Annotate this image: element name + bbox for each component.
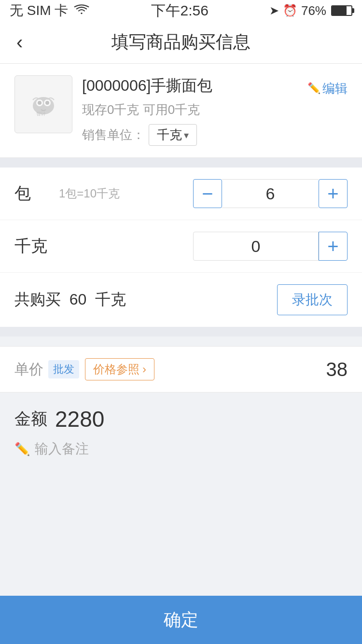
kg-increment-button[interactable]: + (319, 232, 348, 261)
kg-qty-control: + (193, 232, 348, 261)
carrier-text: 无 SIM 卡 (10, 1, 68, 20)
product-card: 智计 [0000006]手撕面包 ✏️ 编辑 现存0千克 可用0千克 销售单位：… (0, 64, 362, 158)
package-hint: 1包=10千克 (59, 186, 193, 201)
wifi-icon (73, 3, 90, 18)
package-decrement-button[interactable]: − (193, 179, 222, 208)
svg-point-4 (45, 101, 49, 105)
total-row: 共购买 60 千克 录批次 (0, 273, 362, 327)
amount-section: 金额 2280 ✏️ 输入备注 (0, 392, 362, 468)
kg-quantity-input[interactable] (193, 232, 319, 261)
price-value: 38 (326, 359, 348, 380)
product-info: [0000006]手撕面包 ✏️ 编辑 现存0千克 可用0千克 销售单位： 千克… (82, 75, 348, 146)
status-bar: 无 SIM 卡 下午2:56 ➤ ⏰ 76% (0, 0, 362, 21)
price-section: 单价 批发 价格参照 › 38 (0, 346, 362, 392)
price-ref-button[interactable]: 价格参照 › (85, 358, 154, 380)
svg-text:智计: 智计 (36, 111, 46, 116)
product-name: [0000006]手撕面包 (82, 75, 212, 97)
price-label: 单价 (14, 360, 43, 379)
package-increment-button[interactable]: + (319, 179, 348, 208)
battery-text: 76% (301, 3, 326, 18)
alarm-icon: ⏰ (283, 4, 297, 17)
edit-button[interactable]: ✏️ 编辑 (307, 75, 348, 101)
status-right: ➤ ⏰ 76% (269, 3, 352, 18)
unit-select[interactable]: 千克 ▾ (149, 124, 197, 146)
package-quantity-input[interactable] (222, 179, 319, 208)
price-ref-label: 价格参照 (93, 362, 139, 377)
package-row: 包 1包=10千克 − + (0, 168, 362, 220)
total-text: 共购买 60 千克 (14, 289, 126, 310)
product-stock: 现存0千克 可用0千克 (82, 101, 348, 118)
amount-row: 金额 2280 (14, 406, 348, 432)
section-separator-1 (0, 158, 362, 168)
price-tag: 批发 (48, 360, 79, 378)
product-image: 智计 (14, 75, 72, 133)
record-batch-button[interactable]: 录批次 (277, 284, 348, 315)
price-ref-arrow: › (142, 363, 146, 376)
amount-value: 2280 (55, 406, 104, 432)
note-row[interactable]: ✏️ 输入备注 (14, 440, 348, 458)
kg-label: 千克 (14, 235, 53, 257)
status-time: 下午2:56 (151, 1, 208, 21)
confirm-button[interactable]: 确定 (0, 596, 362, 644)
nav-bar: ‹ 填写商品购买信息 (0, 21, 362, 64)
edit-label: 编辑 (322, 80, 348, 97)
amount-label: 金额 (14, 408, 47, 430)
section-separator-2 (0, 327, 362, 336)
page-title: 填写商品购买信息 (111, 30, 251, 54)
edit-icon: ✏️ (307, 82, 320, 95)
product-unit: 销售单位： 千克 ▾ (82, 124, 348, 146)
pencil-icon: ✏️ (14, 442, 30, 457)
package-qty-control: − + (193, 179, 348, 208)
package-label: 包 (14, 182, 53, 205)
total-amount: 60 (70, 291, 87, 308)
status-left: 无 SIM 卡 (10, 1, 90, 20)
kg-row: 千克 + (0, 220, 362, 273)
location-icon: ➤ (269, 4, 279, 17)
dropdown-icon: ▾ (184, 129, 189, 141)
input-section: 包 1包=10千克 − + 千克 + (0, 168, 362, 273)
battery-icon (331, 5, 352, 16)
total-unit: 千克 (95, 291, 126, 308)
back-button[interactable]: ‹ (12, 27, 28, 58)
svg-point-3 (38, 101, 42, 105)
note-label: 输入备注 (35, 440, 89, 458)
price-row: 单价 批发 价格参照 › 38 (14, 358, 348, 380)
